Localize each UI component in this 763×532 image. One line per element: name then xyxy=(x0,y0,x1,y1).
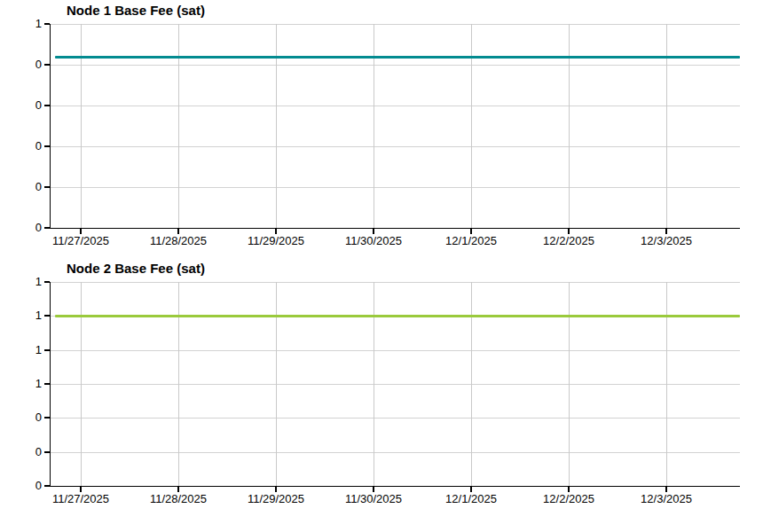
x-tick-mark xyxy=(275,486,277,492)
y-axis-label: 0 xyxy=(17,59,42,71)
h-gridline xyxy=(51,452,740,453)
x-tick-mark xyxy=(470,486,472,492)
v-gridline xyxy=(471,24,472,228)
chart-title: Node 2 Base Fee (sat) xyxy=(67,261,205,277)
x-axis-date-label: 12/2/2025 xyxy=(531,235,606,247)
h-gridline xyxy=(51,350,740,351)
x-tick-mark xyxy=(373,486,374,492)
x-tick-mark xyxy=(470,228,472,234)
h-gridline xyxy=(51,418,740,419)
x-tick-mark xyxy=(177,486,179,492)
y-axis-label: 1 xyxy=(17,378,42,390)
x-tick-mark xyxy=(275,228,277,234)
y-axis-label: 0 xyxy=(17,446,42,458)
x-axis-date-label: 12/2/2025 xyxy=(531,493,606,505)
h-gridline xyxy=(51,187,740,188)
y-tick-mark xyxy=(44,105,50,106)
series-line-node1-base-fee xyxy=(55,56,740,59)
x-tick-mark xyxy=(177,228,179,234)
y-axis-label: 0 xyxy=(17,99,42,112)
x-tick-mark xyxy=(568,486,570,492)
v-gridline xyxy=(81,282,82,486)
h-gridline xyxy=(51,106,740,106)
y-tick-mark xyxy=(44,186,50,188)
x-tick-mark xyxy=(665,228,667,234)
y-tick-mark xyxy=(44,64,50,66)
v-gridline xyxy=(276,24,277,228)
plot-area-node2[interactable]: 1 1 1 1 0 0 0 11/27/2025 11/28/2025 11/2… xyxy=(50,282,740,487)
v-gridline xyxy=(471,282,472,486)
v-gridline xyxy=(666,282,667,486)
v-gridline xyxy=(569,24,570,228)
x-axis-date-label: 11/28/2025 xyxy=(141,493,216,505)
chart-node1-base-fee: Node 1 Base Fee (sat) 1 0 0 0 0 0 xyxy=(0,0,763,258)
v-gridline xyxy=(666,24,667,228)
x-axis-date-label: 12/1/2025 xyxy=(434,493,508,505)
v-gridline xyxy=(569,282,570,486)
y-axis-label: 1 xyxy=(17,276,42,288)
v-gridline xyxy=(374,24,374,228)
y-tick-mark xyxy=(44,485,50,487)
y-axis-label: 1 xyxy=(17,344,42,356)
x-axis-date-label: 12/1/2025 xyxy=(434,235,508,247)
y-axis-label: 0 xyxy=(17,411,42,424)
y-axis-label: 1 xyxy=(17,309,42,322)
x-axis-date-label: 11/30/2025 xyxy=(336,235,411,247)
h-gridline xyxy=(51,384,740,385)
y-axis-label: 0 xyxy=(17,140,42,153)
h-gridline xyxy=(51,282,740,283)
x-tick-mark xyxy=(80,486,82,492)
y-tick-mark xyxy=(44,145,50,147)
x-tick-mark xyxy=(568,228,570,234)
y-tick-mark xyxy=(44,23,50,25)
y-tick-mark xyxy=(44,417,50,419)
v-gridline xyxy=(374,282,374,486)
y-tick-mark xyxy=(44,281,50,283)
y-tick-mark xyxy=(44,227,50,229)
x-axis-date-label: 11/27/2025 xyxy=(43,235,118,247)
y-axis-label: 0 xyxy=(17,222,42,234)
x-tick-mark xyxy=(373,228,374,234)
x-tick-mark xyxy=(665,486,667,492)
h-gridline xyxy=(51,146,740,147)
x-axis-date-label: 12/3/2025 xyxy=(629,493,704,505)
plot-area-node1[interactable]: 1 0 0 0 0 0 11/27/2025 11/28/2025 11/29/… xyxy=(50,24,740,229)
x-tick-mark xyxy=(80,228,82,234)
v-gridline xyxy=(178,24,179,228)
x-axis-date-label: 11/27/2025 xyxy=(43,493,118,505)
x-axis-date-label: 11/30/2025 xyxy=(336,493,411,505)
x-axis-date-label: 11/29/2025 xyxy=(239,235,313,247)
x-axis-date-label: 11/29/2025 xyxy=(239,493,313,505)
v-gridline xyxy=(81,24,82,228)
y-tick-mark xyxy=(44,349,50,351)
x-axis-date-label: 11/28/2025 xyxy=(141,235,216,247)
y-axis-label: 1 xyxy=(17,18,42,30)
v-gridline xyxy=(178,282,179,486)
y-tick-mark xyxy=(44,451,50,453)
chart-title: Node 1 Base Fee (sat) xyxy=(67,3,205,19)
x-axis-date-label: 12/3/2025 xyxy=(629,235,704,247)
h-gridline xyxy=(51,24,740,25)
series-line-node2-base-fee xyxy=(55,315,740,317)
y-axis-label: 0 xyxy=(17,181,42,193)
y-axis-label: 0 xyxy=(17,480,42,492)
y-tick-mark xyxy=(44,315,50,317)
h-gridline xyxy=(51,65,740,66)
v-gridline xyxy=(276,282,277,486)
y-tick-mark xyxy=(44,383,50,385)
chart-node2-base-fee: Node 2 Base Fee (sat) 1 1 1 1 0 0 0 xyxy=(0,258,763,516)
